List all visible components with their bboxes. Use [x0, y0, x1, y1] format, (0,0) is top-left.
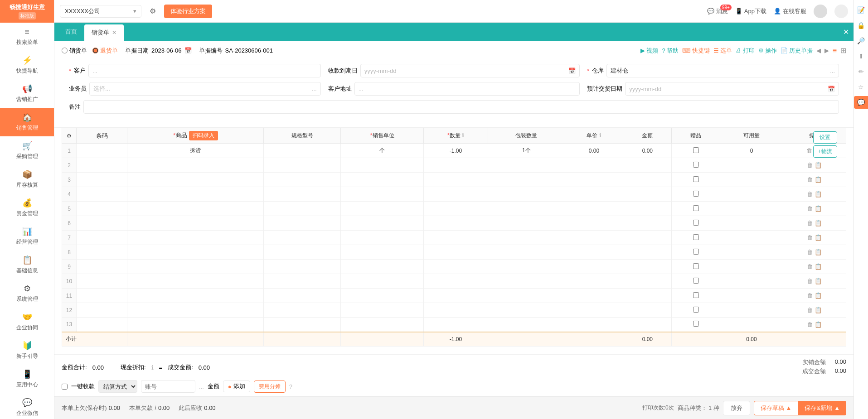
sidebar-item-apps[interactable]: 📱 应用中心 — [0, 365, 54, 393]
sidebar-item-enterprise[interactable]: 🤝 企业协同 — [0, 308, 54, 336]
rs-item-4[interactable]: ⬆ — [855, 50, 868, 63]
radio-return-input[interactable] — [92, 48, 98, 53]
salesperson-input[interactable]: 选择... ... — [89, 82, 321, 96]
trial-btn[interactable]: 体验行业方案 — [164, 5, 212, 18]
row-1-unit[interactable]: 个 — [341, 144, 424, 158]
online-service-btn[interactable]: 👤 在线客服 — [774, 7, 806, 15]
save-draft-chevron-icon: ▲ — [786, 405, 792, 411]
settlement-method-select[interactable]: 结算方式 — [98, 380, 137, 393]
sidebar-item-system[interactable]: ⚙ 系统管理 — [0, 279, 54, 308]
r3-gift-cb[interactable] — [693, 176, 699, 182]
r2-del[interactable]: 🗑 — [807, 162, 813, 169]
save-draft-btn[interactable]: 保存草稿 ▲ — [754, 401, 799, 415]
r2-price[interactable] — [565, 158, 623, 173]
r2-gift-cb[interactable] — [693, 162, 699, 168]
rs-item-7[interactable]: 💬 — [854, 96, 868, 109]
row-1-product[interactable]: 拆货 — [127, 144, 264, 158]
user-avatar2[interactable] — [834, 5, 848, 18]
r2-copy[interactable]: 📋 — [815, 162, 822, 169]
logistics-btn[interactable]: +物流 — [813, 145, 837, 158]
calendar-icon[interactable]: 📅 — [184, 47, 192, 54]
tab-home[interactable]: 首页 — [58, 23, 84, 41]
radio-sales-input[interactable] — [62, 48, 68, 53]
tab-close-icon[interactable]: ✕ — [112, 29, 116, 36]
print-btn[interactable]: 🖨 打印 — [736, 47, 755, 55]
customer-input[interactable]: ... — [88, 64, 321, 77]
sidebar-item-finance[interactable]: 💰 资金管理 — [0, 193, 54, 222]
shortcut-btn[interactable]: ⌨ 快捷键 — [682, 47, 710, 55]
notes-input[interactable] — [83, 100, 839, 114]
customer-address-input[interactable]: ... — [354, 82, 580, 96]
view-list-icon[interactable]: ≡ — [833, 47, 837, 55]
video-btn[interactable]: ▶ 视频 — [640, 47, 658, 55]
row-1-gift-checkbox[interactable] — [693, 147, 699, 153]
app-download-label: App下载 — [744, 7, 766, 15]
row-1-delete-icon[interactable]: 🗑 — [806, 147, 812, 154]
r2-product[interactable] — [127, 158, 264, 173]
due-date-input[interactable]: yyyy-mm-dd 📅 — [360, 64, 580, 77]
row-1-barcode[interactable] — [77, 144, 127, 158]
row-1-gift[interactable] — [672, 144, 720, 158]
row-1-amount[interactable]: 0.00 — [623, 144, 672, 158]
customer-address-field: 客户地址 ... — [328, 82, 580, 96]
fee-split-btn[interactable]: 费用分摊 — [254, 380, 286, 393]
select-order-btn[interactable]: ☰ 选单 — [713, 47, 732, 55]
sidebar-item-wechat[interactable]: 💬 企业微信 — [0, 393, 54, 419]
r2-gift[interactable] — [672, 158, 720, 173]
history-order-btn[interactable]: 📄 历史单据 — [781, 47, 813, 55]
radio-sales[interactable]: 销货单 — [62, 47, 87, 55]
add-btn[interactable]: ● 添加 — [223, 380, 250, 392]
scan-btn[interactable]: 扫码录入 — [189, 131, 218, 140]
sidebar-item-basics[interactable]: 📋 基础信息 — [0, 250, 54, 279]
operation-btn[interactable]: ⚙ 操作 — [758, 47, 777, 55]
user-avatar[interactable] — [814, 5, 827, 18]
r2-amount[interactable] — [623, 158, 672, 173]
rs-item-2[interactable]: 🔒 — [855, 19, 868, 32]
sidebar-item-operations[interactable]: 📊 经营管理 — [0, 222, 54, 250]
topbar-gear-btn[interactable]: ⚙ — [146, 5, 160, 18]
r2-barcode[interactable] — [77, 158, 127, 173]
app-download-btn[interactable]: 📱 App下载 — [735, 7, 766, 15]
fee-help-icon[interactable]: ? — [289, 383, 292, 390]
rs-item-1[interactable]: 📝 — [855, 4, 868, 16]
r2-unit[interactable] — [341, 158, 424, 173]
row-1-quantity[interactable]: -1.00 — [423, 144, 488, 158]
help-btn[interactable]: ? 帮助 — [662, 47, 678, 55]
rs-item-5[interactable]: ✏ — [855, 65, 868, 78]
save-new-btn[interactable]: 保存&新增 ▲ — [798, 401, 846, 415]
debt-info-icon[interactable]: ℹ — [155, 405, 156, 411]
expected-delivery-input[interactable]: yyyy-mm-dd 📅 — [625, 82, 839, 96]
bank-account-input[interactable] — [141, 380, 195, 393]
sidebar-item-marketing[interactable]: 📢 营销推广 — [0, 79, 54, 108]
row-1-pack-qty[interactable]: 1个 — [488, 144, 565, 158]
prev-icon[interactable]: ◀ — [816, 47, 821, 54]
row-1-spec[interactable] — [264, 144, 341, 158]
abandon-btn[interactable]: 放弃 — [723, 401, 750, 415]
sidebar-item-quick-nav[interactable]: ⚡ 快捷导航 — [0, 51, 54, 79]
r2-pack[interactable] — [488, 158, 565, 173]
bank-dots[interactable]: ... — [199, 383, 204, 390]
tab-close-main-icon[interactable]: ✕ — [843, 28, 849, 36]
warehouse-input[interactable]: 建材仓 ... — [606, 64, 839, 77]
rs-item-3[interactable]: 🔎 — [855, 34, 868, 47]
sidebar-item-search[interactable]: ≡ 搜索菜单 — [0, 23, 54, 51]
company-selector[interactable]: XXXXXX公司 ▾ — [60, 5, 141, 18]
sidebar-item-inventory[interactable]: 📦 库存核算 — [0, 165, 54, 193]
radio-return[interactable]: 退货单 — [92, 47, 118, 55]
discount-info-icon[interactable]: ℹ — [151, 364, 154, 371]
sidebar-item-purchase[interactable]: 🛒 采购管理 — [0, 136, 54, 165]
sidebar-item-sales[interactable]: 🏠 销售管理 — [0, 108, 54, 136]
one-click-pay-checkbox[interactable] — [62, 384, 68, 390]
r2-spec[interactable] — [264, 158, 341, 173]
r2-qty[interactable] — [423, 158, 488, 173]
col-unit: *销售单位 — [341, 128, 424, 144]
col-settings[interactable]: ⚙ — [62, 128, 77, 144]
view-grid-icon[interactable]: ⊞ — [840, 46, 846, 55]
settings-btn[interactable]: 设置 — [813, 131, 837, 144]
row-1-unit-price[interactable]: 0.00 — [565, 144, 623, 158]
sidebar-item-guide[interactable]: 🔰 新手引导 — [0, 336, 54, 365]
tab-sales-order[interactable]: 销货单 ✕ — [84, 24, 124, 41]
next-icon[interactable]: ▶ — [824, 47, 829, 54]
rs-item-6[interactable]: ☆ — [855, 81, 868, 93]
messages-btn[interactable]: 💬 消息 99+ — [707, 7, 728, 15]
